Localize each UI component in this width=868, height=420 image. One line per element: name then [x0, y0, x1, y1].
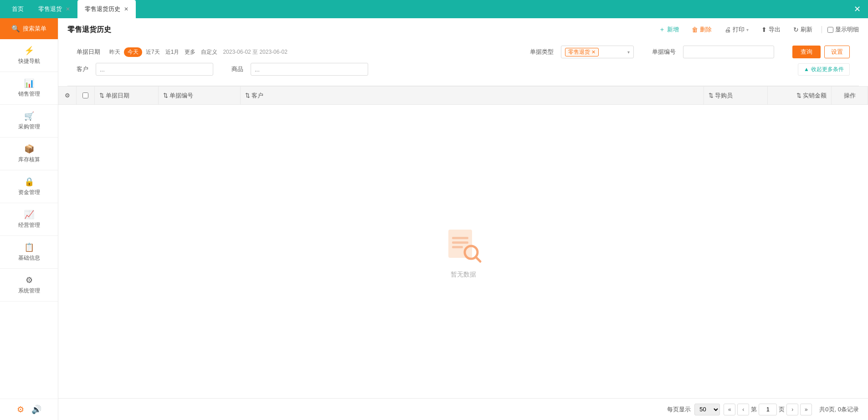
page-prev-button[interactable]: ‹ — [737, 404, 749, 415]
page-next-button[interactable]: › — [786, 404, 798, 415]
show-detail-label[interactable]: 显示明细 — [827, 26, 859, 34]
date-filter-shortcuts: 昨天 今天 近7天 近1月 更多 自定义 — [108, 47, 219, 57]
sidebar-item-basic-info[interactable]: 📋 基础信息 — [0, 236, 58, 269]
goods-filter-item: 商品 — [231, 63, 368, 76]
type-select[interactable]: 零售退货 ✕ ▾ — [561, 46, 634, 58]
sidebar-item-sales[interactable]: 📊 销售管理 — [0, 72, 58, 105]
sidebar-item-operations-label: 经营管理 — [18, 221, 40, 229]
shortcut-more[interactable]: 更多 — [183, 47, 197, 57]
th-date-label: 单据日期 — [106, 92, 129, 100]
sidebar-item-quick-nav[interactable]: ⚡ 快捷导航 — [0, 39, 58, 72]
th-settings[interactable]: ⚙ — [58, 87, 77, 104]
refresh-button[interactable]: ↻ 刷新 — [790, 24, 816, 36]
system-icon: ⚙ — [26, 275, 33, 285]
page-title-row: 零售退货历史 ＋ 新增 🗑 删除 🖨 打印 ▾ — [67, 24, 859, 36]
empty-text: 暂无数据 — [451, 271, 476, 279]
page-header: 零售退货历史 ＋ 新增 🗑 删除 🖨 打印 ▾ — [58, 18, 868, 87]
print-icon: 🖨 — [724, 26, 731, 33]
select-all-checkbox[interactable] — [82, 92, 88, 98]
th-billno[interactable]: ⇅ 单据编号 — [159, 87, 241, 104]
delete-label: 删除 — [700, 26, 712, 34]
th-amount-label: 实销金额 — [803, 92, 827, 100]
date-filter-label: 单据日期 — [77, 48, 100, 56]
page-input[interactable] — [759, 404, 777, 415]
page-first-button[interactable]: « — [724, 404, 735, 415]
sidebar-item-inventory-label: 库存核算 — [18, 156, 40, 164]
toolbar-divider — [822, 26, 822, 33]
export-button[interactable]: ⬆ 导出 — [758, 24, 784, 36]
page-nav: « ‹ 第 页 › » — [724, 404, 812, 415]
new-button[interactable]: ＋ 新增 — [655, 24, 683, 36]
content-area: 零售退货历史 ＋ 新增 🗑 删除 🖨 打印 ▾ — [58, 18, 868, 420]
sidebar-item-system[interactable]: ⚙ 系统管理 — [0, 269, 58, 302]
sidebar-item-purchase[interactable]: 🛒 采购管理 — [0, 105, 58, 138]
tab-retail-return[interactable]: 零售退货 ✕ — [31, 0, 77, 18]
th-guide[interactable]: ⇅ 导购员 — [704, 87, 768, 104]
shortcut-custom[interactable]: 自定义 — [199, 47, 219, 57]
purchase-icon: 🛒 — [24, 111, 34, 121]
shortcut-yesterday[interactable]: 昨天 — [108, 47, 122, 57]
th-customer-sort-icon: ⇅ — [245, 92, 250, 99]
query-button[interactable]: 查询 — [792, 46, 821, 58]
table-body: 暂无数据 — [58, 105, 868, 398]
tab-retail-return-history-close[interactable]: ✕ — [124, 6, 128, 12]
th-amount[interactable]: ⇅ 实销金额 — [768, 87, 832, 104]
th-billno-sort-icon: ⇅ — [163, 92, 168, 99]
sidebar-search[interactable]: 🔍 搜索菜单 — [0, 18, 58, 39]
goods-filter-label: 商品 — [231, 65, 243, 73]
pagination: 每页显示 10 20 50 100 « ‹ 第 页 › » — [58, 398, 868, 420]
billno-filter-item: 单据编号 — [652, 46, 774, 58]
page-last-button[interactable]: » — [800, 404, 812, 415]
th-date[interactable]: ⇅ 单据日期 — [95, 87, 159, 104]
delete-button[interactable]: 🗑 删除 — [688, 24, 715, 36]
page-total: 共0页, 0条记录 — [819, 405, 859, 414]
audio-icon[interactable]: 🔊 — [31, 405, 41, 415]
customer-filter-input[interactable] — [96, 63, 213, 76]
operations-icon: 📈 — [24, 210, 34, 220]
page-title: 零售退货历史 — [67, 25, 111, 35]
svg-line-5 — [476, 257, 480, 261]
tab-retail-return-close[interactable]: ✕ — [66, 6, 70, 12]
th-checkbox[interactable] — [77, 87, 95, 104]
filter-row-1: 单据日期 昨天 今天 近7天 近1月 更多 自定义 2023-06-02 至 2… — [77, 46, 850, 58]
goods-filter-input[interactable] — [251, 63, 368, 76]
sidebar-item-inventory[interactable]: 📦 库存核算 — [0, 138, 58, 170]
window-close-button[interactable]: ✕ — [854, 5, 861, 14]
sidebar-item-finance[interactable]: 🔒 资金管理 — [0, 170, 58, 203]
th-billno-label: 单据编号 — [169, 92, 193, 100]
per-page-label: 每页显示 — [667, 405, 691, 414]
collapse-button[interactable]: ▲ 收起更多条件 — [798, 63, 850, 76]
settings-col-icon: ⚙ — [65, 92, 70, 99]
setting-button[interactable]: 设置 — [824, 46, 850, 58]
billno-filter-input[interactable] — [683, 46, 774, 58]
empty-illustration — [443, 224, 484, 265]
main-layout: 🔍 搜索菜单 ⚡ 快捷导航 📊 销售管理 🛒 采购管理 📦 库存核算 🔒 资金管… — [0, 18, 868, 420]
sidebar-item-operations[interactable]: 📈 经营管理 — [0, 203, 58, 236]
svg-rect-1 — [452, 237, 468, 239]
table-header: ⚙ ⇅ 单据日期 ⇅ 单据编号 ⇅ 客户 ⇅ — [58, 87, 868, 105]
settings-bottom-icon[interactable]: ⚙ — [17, 405, 24, 415]
sidebar-item-basic-info-label: 基础信息 — [18, 254, 40, 262]
collapse-icon: ▲ — [804, 66, 809, 72]
type-tag-close[interactable]: ✕ — [591, 49, 596, 55]
date-range-display: 2023-06-02 至 2023-06-02 — [223, 48, 287, 56]
print-button[interactable]: 🖨 打印 ▾ — [721, 24, 752, 36]
tab-retail-return-history[interactable]: 零售退货历史 ✕ — [77, 0, 136, 18]
th-action-label: 操作 — [844, 92, 856, 100]
new-label: 新增 — [667, 26, 679, 34]
tab-home[interactable]: 首页 — [5, 0, 31, 18]
page-size-select[interactable]: 10 20 50 100 — [694, 404, 720, 415]
shortcut-1month[interactable]: 近1月 — [164, 47, 181, 57]
top-bar: 首页 零售退货 ✕ 零售退货历史 ✕ ✕ — [0, 0, 868, 18]
new-icon: ＋ — [659, 26, 665, 34]
finance-icon: 🔒 — [24, 177, 34, 187]
inventory-icon: 📦 — [24, 144, 34, 154]
sidebar-search-label: 搜索菜单 — [23, 25, 46, 33]
sales-icon: 📊 — [24, 78, 34, 88]
th-customer-label: 客户 — [252, 92, 263, 100]
sidebar-bottom: ⚙ 🔊 — [0, 399, 58, 420]
show-detail-checkbox[interactable] — [827, 27, 833, 33]
th-customer[interactable]: ⇅ 客户 — [241, 87, 704, 104]
shortcut-today[interactable]: 今天 — [124, 47, 142, 57]
shortcut-7days[interactable]: 近7天 — [144, 47, 162, 57]
